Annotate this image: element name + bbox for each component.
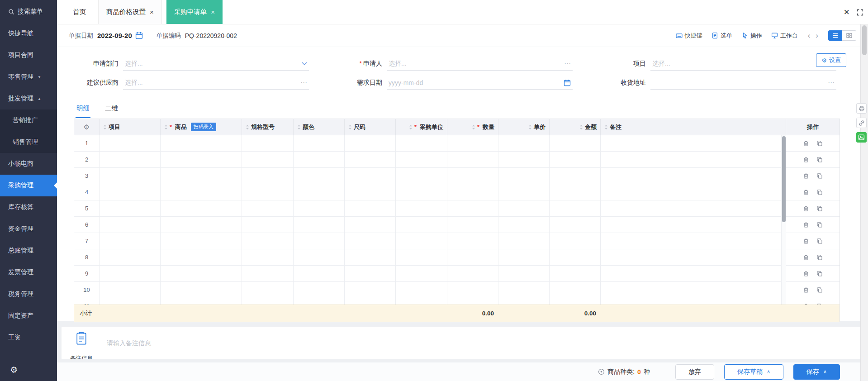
row-number-cell[interactable]: 4 — [74, 184, 100, 200]
row-number-cell[interactable]: 6 — [74, 217, 100, 233]
sidebar-item-sales-mgmt[interactable]: 销售管理 — [0, 131, 57, 153]
cell-size[interactable] — [345, 152, 396, 167]
cell-size[interactable] — [345, 298, 396, 305]
copy-row-icon[interactable] — [816, 189, 823, 195]
delete-row-icon[interactable] — [803, 140, 809, 147]
cell-product[interactable] — [161, 152, 242, 167]
field-input-required-date[interactable]: yyyy-mm-dd — [387, 76, 573, 90]
cell-amount[interactable] — [550, 217, 601, 233]
cell-quantity[interactable] — [447, 266, 498, 281]
calendar-icon[interactable] — [135, 32, 143, 39]
sidebar-item-xiaochang-ecommerce[interactable]: 小畅电商 — [0, 153, 57, 175]
cell-unit-price[interactable] — [498, 168, 550, 184]
cell-remark[interactable] — [601, 298, 786, 305]
cell-color[interactable] — [294, 152, 345, 167]
cell-product[interactable] — [161, 233, 242, 249]
column-header-quantity[interactable]: *数量 — [447, 119, 498, 135]
toolbar-operation[interactable]: 操作 — [741, 32, 762, 40]
cell-project[interactable] — [100, 184, 161, 200]
sort-icon[interactable] — [297, 124, 301, 130]
cell-purchase-unit[interactable] — [396, 282, 447, 298]
window-close-icon[interactable]: × — [844, 7, 849, 17]
column-header-color[interactable]: 颜色 — [294, 119, 345, 135]
cell-quantity[interactable] — [447, 200, 498, 216]
settings-gear-icon[interactable]: ⚙ — [10, 365, 18, 375]
copy-row-icon[interactable] — [816, 238, 823, 244]
link-icon[interactable] — [856, 118, 867, 128]
row-number-cell[interactable]: 7 — [74, 233, 100, 249]
copy-row-icon[interactable] — [816, 222, 823, 228]
screenshot-image-icon[interactable] — [856, 132, 867, 143]
row-number-cell[interactable]: 10 — [74, 282, 100, 298]
scrollbar-thumb[interactable] — [782, 136, 786, 222]
cell-remark[interactable] — [601, 184, 786, 200]
cell-amount[interactable] — [550, 200, 601, 216]
chevron-icon[interactable] — [302, 62, 307, 66]
cell-purchase-unit[interactable] — [396, 217, 447, 233]
cell-color[interactable] — [294, 233, 345, 249]
cell-size[interactable] — [345, 217, 396, 233]
abandon-button[interactable]: 放弃 — [675, 364, 714, 380]
cell-product[interactable] — [161, 249, 242, 265]
delete-row-icon[interactable] — [803, 303, 809, 305]
cell-color[interactable] — [294, 249, 345, 265]
tab-product-price-settings[interactable]: 商品价格设置 × — [98, 0, 162, 24]
cell-quantity[interactable] — [447, 152, 498, 167]
cell-color[interactable] — [294, 298, 345, 305]
grid-view-toggle[interactable] — [842, 30, 856, 41]
cell-unit-price[interactable] — [498, 266, 550, 281]
cell-spec-model[interactable] — [242, 135, 294, 151]
cell-product[interactable] — [161, 200, 242, 216]
ellipsis-icon[interactable]: ⋯ — [564, 60, 571, 68]
cell-spec-model[interactable] — [242, 233, 294, 249]
cell-amount[interactable] — [550, 233, 601, 249]
scan-entry-badge[interactable]: 扫码录入 — [191, 123, 216, 131]
cell-spec-model[interactable] — [242, 266, 294, 281]
cell-purchase-unit[interactable] — [396, 184, 447, 200]
cell-project[interactable] — [100, 200, 161, 216]
tab-purchase-requisition[interactable]: 采购申请单 × — [166, 0, 223, 24]
cell-project[interactable] — [100, 152, 161, 167]
cell-amount[interactable] — [550, 298, 601, 305]
page-scrollbar-thumb[interactable] — [862, 25, 867, 55]
cell-purchase-unit[interactable] — [396, 135, 447, 151]
delete-row-icon[interactable] — [803, 222, 809, 228]
delete-row-icon[interactable] — [803, 287, 809, 293]
cell-amount[interactable] — [550, 184, 601, 200]
column-header-unit-price[interactable]: 单价 — [498, 119, 550, 135]
toolbar-shortcut-keys[interactable]: 快捷键 — [676, 32, 702, 40]
sort-icon[interactable] — [103, 124, 107, 130]
cell-purchase-unit[interactable] — [396, 233, 447, 249]
fullscreen-icon[interactable] — [857, 9, 863, 16]
cell-purchase-unit[interactable] — [396, 249, 447, 265]
cell-size[interactable] — [345, 266, 396, 281]
cell-spec-model[interactable] — [242, 282, 294, 298]
row-number-cell[interactable]: 8 — [74, 249, 100, 265]
settings-button[interactable]: ⚙ 设置 — [816, 53, 846, 67]
copy-row-icon[interactable] — [816, 140, 823, 147]
cell-spec-model[interactable] — [242, 217, 294, 233]
sidebar-item-purchase-mgmt[interactable]: 采购管理 — [0, 175, 57, 196]
copy-row-icon[interactable] — [816, 173, 823, 179]
cell-size[interactable] — [345, 233, 396, 249]
sort-icon[interactable] — [409, 124, 413, 130]
copy-row-icon[interactable] — [816, 287, 823, 293]
cell-project[interactable] — [100, 233, 161, 249]
copy-row-icon[interactable] — [816, 271, 823, 277]
cell-purchase-unit[interactable] — [396, 152, 447, 167]
row-number-cell[interactable]: 11 — [74, 298, 100, 305]
cell-quantity[interactable] — [447, 233, 498, 249]
cell-product[interactable] — [161, 266, 242, 281]
save-button[interactable]: 保存 ∧ — [793, 364, 840, 380]
column-header-size[interactable]: 尺码 — [345, 119, 396, 135]
delete-row-icon[interactable] — [803, 205, 809, 212]
cell-amount[interactable] — [550, 152, 601, 167]
cell-product[interactable] — [161, 184, 242, 200]
tab-home[interactable]: 首页 — [65, 0, 94, 24]
cell-unit-price[interactable] — [498, 152, 550, 167]
delete-row-icon[interactable] — [803, 271, 809, 277]
cell-purchase-unit[interactable] — [396, 200, 447, 216]
cell-size[interactable] — [345, 282, 396, 298]
cell-quantity[interactable] — [447, 282, 498, 298]
sidebar-item-inventory-accounting[interactable]: 库存核算 — [0, 196, 57, 218]
